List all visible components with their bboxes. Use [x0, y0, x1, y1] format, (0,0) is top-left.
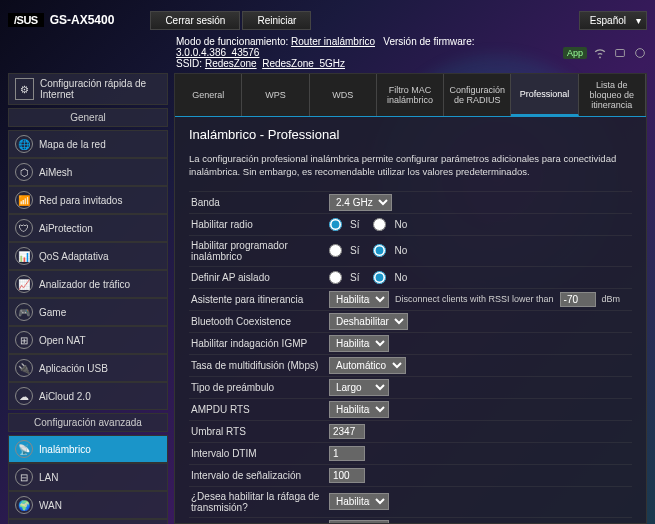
svg-point-1: [636, 48, 645, 57]
roam-hint: Disconnect clients with RSSI lower than: [395, 294, 554, 304]
dtim-label: Intervalo DTIM: [189, 444, 329, 463]
tab-professional[interactable]: Professional: [511, 74, 578, 116]
sidebar-item-aplicación-usb[interactable]: 🔌Aplicación USB: [8, 354, 168, 382]
sched-label: Habilitar programador inalámbrico: [189, 236, 329, 266]
beacon-input[interactable]: [329, 468, 365, 483]
radio-label: Habilitar radio: [189, 215, 329, 234]
usb-status-icon[interactable]: [633, 46, 647, 60]
sidebar-item-label: Analizador de tráfico: [39, 279, 130, 290]
sidebar-item-mapa-de-la-red[interactable]: 🌐Mapa de la red: [8, 130, 168, 158]
sidebar-item-red-para-invitados[interactable]: 📶Red para invitados: [8, 186, 168, 214]
sidebar-icon: ⊞: [15, 331, 33, 349]
ampdu-label: AMPDU RTS: [189, 400, 329, 419]
opmode-label: Modo de funcionamiento:: [176, 36, 288, 47]
isol-yes[interactable]: [329, 271, 342, 284]
mcast-select[interactable]: Automático: [329, 357, 406, 374]
radio-no[interactable]: [373, 218, 386, 231]
tab-general[interactable]: General: [175, 74, 242, 116]
band-label: Banda: [189, 193, 329, 212]
tab-lista-de-bloqueo-de-itinerancia[interactable]: Lista de bloqueo de itinerancia: [579, 74, 646, 116]
sidebar-icon: 📡: [15, 440, 33, 458]
sidebar-item-aicloud-2.0[interactable]: ☁AiCloud 2.0: [8, 382, 168, 410]
sidebar-icon: ⊟: [15, 468, 33, 486]
brand-logo: /SUS: [8, 13, 44, 27]
sidebar-icon: 🌍: [15, 496, 33, 514]
sched-no[interactable]: [373, 244, 386, 257]
sidebar-item-lan[interactable]: ⊟LAN: [8, 463, 168, 491]
igmp-select[interactable]: Habilitar: [329, 335, 389, 352]
logout-button[interactable]: Cerrar sesión: [150, 11, 240, 30]
sidebar-item-label: QoS Adaptativa: [39, 251, 109, 262]
isol-label: Definir AP aislado: [189, 268, 329, 287]
reboot-button[interactable]: Reiniciar: [242, 11, 311, 30]
sidebar-item-qos-adaptativa[interactable]: 📊QoS Adaptativa: [8, 242, 168, 270]
pre-select[interactable]: Largo: [329, 379, 389, 396]
bt-select[interactable]: Deshabilitar: [329, 313, 408, 330]
fw-link[interactable]: 3.0.0.4.386_43576: [176, 47, 259, 58]
opmode-link[interactable]: Router inalámbrico: [291, 36, 375, 47]
sidebar-item-label: AiCloud 2.0: [39, 391, 91, 402]
cable-status-icon[interactable]: [613, 46, 627, 60]
ampdu-select[interactable]: Habilitar: [329, 401, 389, 418]
sidebar-item-label: Aplicación USB: [39, 363, 108, 374]
rts-input[interactable]: [329, 424, 365, 439]
general-header: General: [8, 108, 168, 127]
sidebar-item-game[interactable]: 🎮Game: [8, 298, 168, 326]
igmp-label: Habilitar indagación IGMP: [189, 334, 329, 353]
wifi-status-icon[interactable]: [593, 46, 607, 60]
wmm-label: Habilitar WMM: [189, 519, 329, 523]
panel-desc: La configuración profesional inalámbrica…: [189, 152, 632, 179]
radio-yes[interactable]: [329, 218, 342, 231]
advanced-header: Configuración avanzada: [8, 413, 168, 432]
wmm-select[interactable]: Habilitar: [329, 520, 389, 523]
sidebar-item-label: Mapa de la red: [39, 139, 106, 150]
sidebar-icon: 🔌: [15, 359, 33, 377]
sidebar-item-aimesh[interactable]: ⬡AiMesh: [8, 158, 168, 186]
band-select[interactable]: 2.4 GHz: [329, 194, 392, 211]
dtim-input[interactable]: [329, 446, 365, 461]
isol-no[interactable]: [373, 271, 386, 284]
ssid-label: SSID:: [176, 58, 202, 69]
sidebar-icon: 🎮: [15, 303, 33, 321]
pre-label: Tipo de preámbulo: [189, 378, 329, 397]
sidebar-item-label: Inalámbrico: [39, 444, 91, 455]
tab-wps[interactable]: WPS: [242, 74, 309, 116]
burst-label: ¿Desea habilitar la ráfaga de transmisió…: [189, 487, 329, 517]
language-select[interactable]: Español: [579, 11, 647, 30]
roam-select[interactable]: Habilitar: [329, 291, 389, 308]
quick-setup-icon: ⚙: [15, 78, 34, 100]
fw-label: Versión de firmware:: [383, 36, 474, 47]
sidebar-item-label: Red para invitados: [39, 195, 122, 206]
ssid1-link[interactable]: RedesZone: [205, 58, 257, 69]
roam-label: Asistente para itinerancia: [189, 290, 329, 309]
quick-setup-label: Configuración rápida de Internet: [40, 78, 161, 100]
sidebar-icon: ⬡: [15, 163, 33, 181]
sidebar-item-label: LAN: [39, 472, 58, 483]
sidebar-item-amazon-alexa[interactable]: 🔊Amazon Alexa: [8, 519, 168, 524]
sidebar-icon: 📈: [15, 275, 33, 293]
mcast-label: Tasa de multidifusión (Mbps): [189, 356, 329, 375]
model-name: GS-AX5400: [50, 13, 115, 27]
sidebar-item-aiprotection[interactable]: 🛡AiProtection: [8, 214, 168, 242]
tab-configuración-de-radius[interactable]: Configuración de RADIUS: [444, 74, 511, 116]
sidebar-icon: 🌐: [15, 135, 33, 153]
sidebar-icon: 🛡: [15, 219, 33, 237]
tab-wds[interactable]: WDS: [310, 74, 377, 116]
tab-filtro-mac-inalámbrico[interactable]: Filtro MAC inalámbrico: [377, 74, 444, 116]
sidebar-item-label: AiProtection: [39, 223, 93, 234]
roam-unit: dBm: [602, 294, 621, 304]
roam-rssi-input[interactable]: [560, 292, 596, 307]
quick-setup[interactable]: ⚙ Configuración rápida de Internet: [8, 73, 168, 105]
sidebar-icon: 📊: [15, 247, 33, 265]
sidebar-item-analizador-de-tráfico[interactable]: 📈Analizador de tráfico: [8, 270, 168, 298]
sidebar-item-inalámbrico[interactable]: 📡Inalámbrico: [8, 435, 168, 463]
yes-label: Sí: [350, 219, 359, 230]
no-label: No: [394, 219, 407, 230]
ssid2-link[interactable]: RedesZone_5GHz: [262, 58, 345, 69]
app-badge[interactable]: App: [563, 47, 587, 59]
sched-yes[interactable]: [329, 244, 342, 257]
bt-label: Bluetooth Coexistence: [189, 312, 329, 331]
sidebar-item-open-nat[interactable]: ⊞Open NAT: [8, 326, 168, 354]
sidebar-item-wan[interactable]: 🌍WAN: [8, 491, 168, 519]
burst-select[interactable]: Habilitar: [329, 493, 389, 510]
